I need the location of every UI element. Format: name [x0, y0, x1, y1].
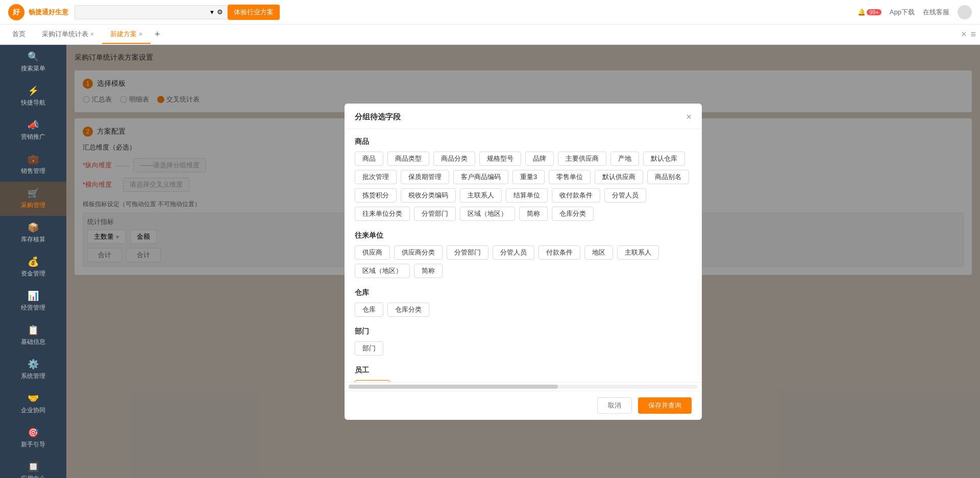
avatar[interactable]	[958, 5, 972, 19]
sidebar-item-finance[interactable]: 💰 资金管理	[0, 250, 66, 284]
tag-main-supplier[interactable]: 主要供应商	[558, 152, 606, 166]
tag-area-region[interactable]: 区域（地区）	[355, 264, 410, 278]
sidebar-item-quick-nav[interactable]: ⚡ 快捷导航	[0, 79, 66, 113]
system-icon: ⚙️	[28, 359, 39, 370]
tab-purchase-stat-label: 采购订单统计表	[42, 30, 88, 39]
hscroll-track[interactable]	[349, 385, 698, 389]
field-group-partner-title: 往来单位	[355, 231, 692, 240]
tag-main-contact2[interactable]: 主联系人	[617, 245, 659, 260]
gear-icon[interactable]: ⚙	[217, 8, 223, 16]
dialog-body[interactable]: 商品 商品 商品类型 商品分类 规格型号 品牌 主要供应商 产地 默认仓库 批次…	[345, 129, 702, 382]
dialog-footer: 取消 保存并查询	[345, 391, 702, 420]
notification-icon[interactable]: 🔔99+	[857, 8, 881, 16]
tag-default-supplier[interactable]: 默认供应商	[595, 170, 643, 184]
finance-icon: 💰	[28, 256, 39, 267]
dropdown-icon: ▾	[210, 8, 214, 16]
tag-expiry-mgmt[interactable]: 保质期管理	[401, 170, 449, 184]
tag-main-contact[interactable]: 主联系人	[460, 188, 502, 203]
tag-from-unit-cat[interactable]: 往来单位分类	[355, 207, 410, 221]
tag-payment-cond[interactable]: 付款条件	[538, 245, 580, 260]
sidebar-item-purchase[interactable]: 🛒 采购管理	[0, 182, 66, 216]
logo-icon: 好	[8, 4, 24, 20]
tag-mgmt-dept2[interactable]: 分管部门	[447, 245, 488, 260]
quick-nav-icon: ⚡	[28, 85, 39, 96]
tag-settle-unit[interactable]: 结算单位	[506, 188, 548, 203]
operation-icon: 📊	[28, 290, 39, 301]
tab-add-button[interactable]: +	[151, 29, 164, 40]
tag-product-cat[interactable]: 商品分类	[433, 152, 475, 166]
basic-icon: 📋	[28, 324, 39, 336]
tag-area[interactable]: 地区	[584, 245, 613, 260]
tag-product-alias[interactable]: 商品别名	[647, 170, 689, 184]
tag-weight3[interactable]: 重量3	[512, 170, 545, 184]
tag-mgmt-person[interactable]: 分管人员	[493, 245, 534, 260]
tag-manager[interactable]: 分管人员	[604, 188, 646, 203]
trial-button[interactable]: 体验行业方案	[228, 5, 280, 20]
tag-product[interactable]: 商品	[355, 152, 383, 166]
tag-brand[interactable]: 品牌	[525, 152, 554, 166]
sidebar-label-marketing: 营销推广	[21, 133, 45, 141]
sidebar-item-system[interactable]: ⚙️ 系统管理	[0, 353, 66, 387]
sidebar-item-basic[interactable]: 📋 基础信息	[0, 318, 66, 353]
tag-short-name[interactable]: 简称	[519, 207, 548, 221]
sidebar-label-coop: 企业协同	[21, 406, 45, 415]
tab-bar-close[interactable]: ×	[961, 29, 967, 40]
search-input[interactable]	[79, 9, 210, 16]
tag-region[interactable]: 区域（地区）	[460, 207, 515, 221]
tab-bar: 首页 采购订单统计表 × 新建方案 × + × ≡	[0, 24, 980, 45]
tag-pick-points[interactable]: 拣货积分	[355, 188, 397, 203]
tag-department[interactable]: 部门	[355, 341, 383, 356]
tab-home[interactable]: 首页	[4, 26, 34, 44]
tag-batch-mgmt[interactable]: 批次管理	[355, 170, 397, 184]
sidebar-item-operation[interactable]: 📊 经营管理	[0, 284, 66, 318]
dialog-confirm-button[interactable]: 保存并查询	[638, 397, 692, 414]
logo-text: 畅捷通好生意	[29, 8, 68, 17]
logo-area: 好 畅捷通好生意	[8, 4, 75, 20]
sidebar-label-finance: 资金管理	[21, 269, 45, 278]
tab-new-plan[interactable]: 新建方案 ×	[102, 26, 151, 44]
sales-icon: 💼	[28, 154, 39, 165]
sidebar-item-appcenter[interactable]: 🔲 应用中心	[0, 455, 66, 478]
dialog-close-button[interactable]: ×	[686, 112, 692, 122]
tag-product-type[interactable]: 商品类型	[387, 152, 429, 166]
app-download-link[interactable]: App下载	[890, 8, 915, 17]
tag-supplier-cat[interactable]: 供应商分类	[394, 245, 443, 260]
tag-supplier[interactable]: 供应商	[355, 245, 390, 260]
main-layout: 🔍 搜索菜单 ⚡ 快捷导航 📣 营销推广 💼 销售管理 🛒 采购管理 📦 库存核…	[0, 45, 980, 478]
online-service-link[interactable]: 在线客服	[923, 8, 949, 17]
hscroll-thumb[interactable]	[349, 385, 558, 389]
sidebar-item-search[interactable]: 🔍 搜索菜单	[0, 45, 66, 79]
sidebar-item-marketing[interactable]: 📣 营销推广	[0, 113, 66, 147]
tab-purchase-stat-close[interactable]: ×	[90, 31, 94, 38]
tag-spec-type[interactable]: 规格型号	[479, 152, 521, 166]
tag-customer-code[interactable]: 客户商品编码	[453, 170, 508, 184]
sidebar: 🔍 搜索菜单 ⚡ 快捷导航 📣 营销推广 💼 销售管理 🛒 采购管理 📦 库存核…	[0, 45, 66, 478]
sidebar-label-newbie: 新手引导	[21, 440, 45, 449]
appcenter-icon: 🔲	[28, 461, 39, 472]
sidebar-label-inventory: 库存核算	[21, 235, 45, 244]
tag-warehouse-cat[interactable]: 仓库分类	[552, 207, 594, 221]
sidebar-label-operation: 经营管理	[21, 304, 45, 312]
sidebar-item-sales[interactable]: 💼 销售管理	[0, 147, 66, 182]
dialog-header: 分组待选字段 ×	[345, 104, 702, 129]
search-bar[interactable]: ▾ ⚙	[75, 5, 228, 19]
tag-wh[interactable]: 仓库	[355, 303, 383, 317]
field-group-product: 商品 商品 商品类型 商品分类 规格型号 品牌 主要供应商 产地 默认仓库 批次…	[355, 137, 692, 221]
tag-default-warehouse[interactable]: 默认仓库	[643, 152, 685, 166]
tab-purchase-stat[interactable]: 采购订单统计表 ×	[34, 26, 102, 44]
tag-mgmt-dept[interactable]: 分管部门	[414, 207, 456, 221]
tab-bar-settings[interactable]: ≡	[970, 29, 976, 40]
field-select-dialog: 分组待选字段 × 商品 商品 商品类型 商品分类 规格型号 品牌 主要供应商	[345, 104, 702, 420]
tag-origin[interactable]: 产地	[610, 152, 639, 166]
sidebar-item-coop[interactable]: 🤝 企业协同	[0, 387, 66, 421]
tag-retail-unit[interactable]: 零售单位	[549, 170, 591, 184]
dialog-cancel-button[interactable]: 取消	[597, 397, 632, 414]
sidebar-item-newbie[interactable]: 🎯 新手引导	[0, 421, 66, 455]
tag-short-name2[interactable]: 简称	[414, 264, 443, 278]
field-group-product-title: 商品	[355, 137, 692, 146]
tag-payment-term[interactable]: 收付款条件	[552, 188, 600, 203]
tag-tax-code[interactable]: 税收分类编码	[401, 188, 456, 203]
sidebar-item-inventory[interactable]: 📦 库存核算	[0, 216, 66, 250]
tag-wh-cat[interactable]: 仓库分类	[387, 303, 429, 317]
tab-new-plan-close[interactable]: ×	[139, 31, 142, 38]
